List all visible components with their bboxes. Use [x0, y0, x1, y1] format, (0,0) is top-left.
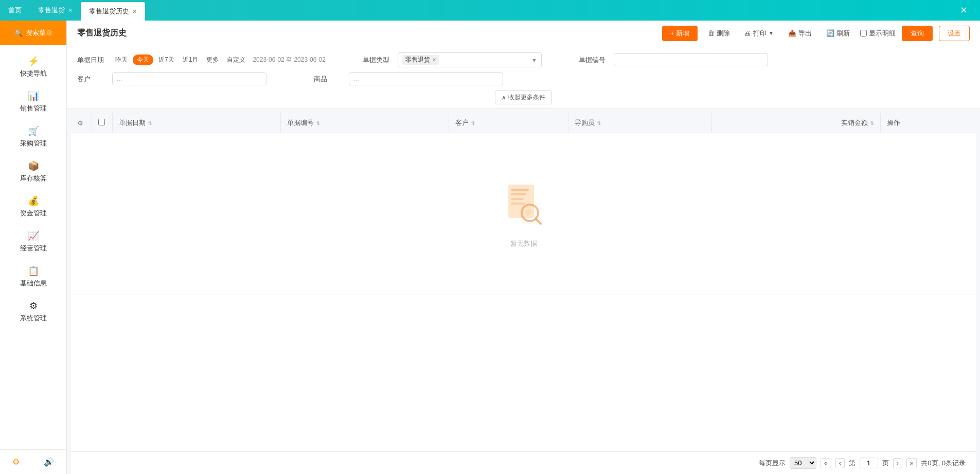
- export-button[interactable]: 📤 导出: [784, 27, 816, 40]
- print-chevron-icon: ▼: [769, 30, 774, 36]
- table-header: ⚙ 单据日期 ⇅ 单据编号: [71, 113, 976, 133]
- top-bar: 首页 零售退货 ✕ 零售退货历史 ✕ ✕: [0, 0, 980, 21]
- refresh-button[interactable]: 🔄 刷新: [822, 27, 854, 40]
- sort-customer-icon: ⇅: [471, 120, 475, 126]
- empty-state-cell: 暂无数据: [71, 133, 976, 295]
- svg-line-6: [536, 218, 541, 224]
- page-label-prefix: 第: [849, 459, 856, 468]
- collapse-button[interactable]: ∧ 收起更多条件: [495, 90, 552, 104]
- collapse-row: ∧ 收起更多条件: [77, 90, 970, 104]
- sidebar-item-operations-label: 经营管理: [20, 244, 47, 253]
- first-page-button[interactable]: «: [821, 458, 831, 468]
- total-text: 共0页, 0条记录: [921, 459, 966, 468]
- th-doc-date[interactable]: 单据日期 ⇅: [112, 113, 280, 133]
- customer-label: 客户: [77, 75, 108, 84]
- th-gear: ⚙: [71, 113, 92, 133]
- sidebar-item-system-label: 系统管理: [20, 314, 47, 323]
- page-label-suffix: 页: [882, 459, 889, 468]
- date-btn-last7[interactable]: 近7天: [155, 54, 177, 65]
- data-table: ⚙ 单据日期 ⇅ 单据编号: [71, 113, 976, 295]
- sidebar: 🔍 搜索菜单 ⚡ 快捷导航 📊 销售管理 🛒 采购管理 📦 库存核算 💰: [0, 21, 67, 474]
- purchase-icon: 🛒: [28, 125, 39, 137]
- sidebar-item-purchase[interactable]: 🛒 采购管理: [0, 119, 66, 154]
- sidebar-item-system[interactable]: ⚙ 系统管理: [0, 294, 66, 329]
- sidebar-item-purchase-label: 采购管理: [20, 139, 47, 148]
- doc-type-chevron-icon: ▼: [531, 57, 537, 63]
- sidebar-search[interactable]: 🔍 搜索菜单: [0, 21, 66, 45]
- sidebar-item-quick-nav-label: 快捷导航: [20, 69, 47, 78]
- sidebar-item-operations[interactable]: 📈 经营管理: [0, 224, 66, 259]
- setting-button[interactable]: 设置: [939, 26, 970, 41]
- doc-no-input[interactable]: [618, 56, 763, 64]
- sidebar-item-inventory-label: 库存核算: [20, 174, 47, 183]
- search-icon: 🔍: [14, 29, 23, 37]
- svg-point-7: [526, 209, 532, 215]
- doc-type-tag-remove[interactable]: ✕: [432, 57, 436, 63]
- sidebar-audio-button[interactable]: 🔊: [44, 457, 54, 467]
- date-btn-today[interactable]: 今天: [133, 54, 153, 65]
- filter-row-2: 客户 商品: [77, 72, 970, 85]
- page-number-input[interactable]: [860, 458, 878, 468]
- sidebar-item-sales[interactable]: 📊 销售管理: [0, 84, 66, 119]
- goods-input[interactable]: [353, 75, 498, 83]
- th-customer[interactable]: 客户 ⇅: [449, 113, 568, 133]
- prev-page-button[interactable]: ‹: [835, 458, 845, 468]
- tab-retail-return-history-close[interactable]: ✕: [132, 8, 137, 15]
- sidebar-item-quick-nav[interactable]: ⚡ 快捷导航: [0, 49, 66, 84]
- page-header: 零售退货历史 + 新增 🗑 删除 🖨 打印 ▼ 📤 导出 🔄: [67, 21, 980, 46]
- date-btn-custom[interactable]: 自定义: [224, 54, 248, 65]
- next-page-button[interactable]: ›: [893, 458, 902, 468]
- sidebar-menu: ⚡ 快捷导航 📊 销售管理 🛒 采购管理 📦 库存核算 💰 资金管理 📈: [0, 45, 66, 449]
- new-button[interactable]: + 新增: [662, 26, 698, 41]
- sales-icon: 📊: [28, 90, 39, 102]
- export-icon: 📤: [788, 29, 796, 37]
- show-detail-checkbox[interactable]: 显示明细: [860, 29, 896, 38]
- print-button[interactable]: 🖨 打印 ▼: [740, 27, 778, 40]
- delete-button[interactable]: 🗑 删除: [704, 27, 734, 40]
- tab-home[interactable]: 首页: [0, 0, 30, 21]
- doc-no-input-container[interactable]: [614, 53, 768, 66]
- date-btn-more[interactable]: 更多: [203, 54, 222, 65]
- th-guide[interactable]: 导购员 ⇅: [568, 113, 712, 133]
- th-operation: 操作: [880, 113, 976, 133]
- table-area: ⚙ 单据日期 ⇅ 单据编号: [71, 113, 976, 451]
- goods-input-container[interactable]: [349, 72, 503, 85]
- quick-nav-icon: ⚡: [28, 56, 39, 67]
- tab-retail-return-history[interactable]: 零售退货历史 ✕: [81, 2, 145, 21]
- print-icon: 🖨: [744, 29, 751, 37]
- th-checkbox: [92, 113, 112, 133]
- base-info-icon: 📋: [28, 265, 39, 277]
- date-btn-yesterday[interactable]: 昨天: [112, 54, 131, 65]
- tab-retail-return-history-label: 零售退货历史: [89, 7, 129, 16]
- page-size-select[interactable]: 102050100: [790, 457, 816, 469]
- table-select-all-checkbox[interactable]: [98, 119, 105, 125]
- page-title: 零售退货历史: [77, 28, 127, 39]
- show-detail-input[interactable]: [860, 30, 867, 37]
- query-button[interactable]: 查询: [902, 26, 933, 41]
- customer-input-container[interactable]: [112, 72, 266, 85]
- operations-icon: 📈: [28, 230, 39, 242]
- tab-retail-return-label: 零售退货: [38, 6, 65, 15]
- customer-input[interactable]: [117, 75, 262, 83]
- th-actual-amount[interactable]: 实销金额 ⇅: [712, 113, 880, 133]
- svg-rect-2: [511, 193, 526, 195]
- table-gear-icon[interactable]: ⚙: [77, 119, 83, 127]
- doc-type-label: 单据类型: [363, 56, 394, 65]
- date-btn-last-month[interactable]: 近1月: [180, 54, 202, 65]
- last-page-button[interactable]: »: [906, 458, 917, 468]
- window-close-button[interactable]: ✕: [956, 5, 972, 16]
- sidebar-search-label: 搜索菜单: [26, 28, 52, 38]
- sidebar-item-finance[interactable]: 💰 资金管理: [0, 189, 66, 224]
- tab-home-label: 首页: [8, 6, 22, 15]
- header-actions: + 新增 🗑 删除 🖨 打印 ▼ 📤 导出 🔄 刷新: [662, 26, 970, 41]
- th-doc-no[interactable]: 单据编号 ⇅: [280, 113, 449, 133]
- tab-retail-return[interactable]: 零售退货 ✕: [30, 0, 81, 21]
- date-filter-label: 单据日期: [77, 56, 108, 65]
- sidebar-item-inventory[interactable]: 📦 库存核算: [0, 154, 66, 189]
- tab-retail-return-close[interactable]: ✕: [68, 7, 73, 14]
- sort-guide-icon: ⇅: [597, 120, 601, 126]
- doc-type-dropdown[interactable]: 零售退货 ✕ ▼: [398, 52, 542, 67]
- sidebar-item-base-info[interactable]: 📋 基础信息: [0, 259, 66, 294]
- sidebar-settings-button[interactable]: ⚙: [12, 457, 20, 467]
- svg-rect-1: [511, 189, 529, 191]
